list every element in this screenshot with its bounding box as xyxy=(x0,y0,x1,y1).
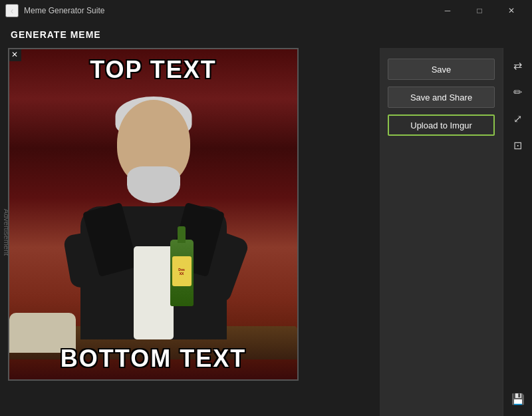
meme-container: ✕ xyxy=(8,48,299,381)
upload-imgur-button[interactable]: Upload to Imgur xyxy=(388,114,495,136)
save-icon[interactable]: 💾 xyxy=(506,387,530,411)
crop-icon[interactable]: ⊡ xyxy=(506,133,530,157)
beer-bottle-top xyxy=(178,226,186,243)
window-controls: ─ □ ✕ xyxy=(432,0,527,21)
head xyxy=(117,100,190,186)
app-title: Meme Generator Suite xyxy=(24,6,104,15)
close-button[interactable]: ✕ xyxy=(496,0,527,21)
meme-top-text: TOP TEXT xyxy=(9,56,297,84)
minimize-button[interactable]: ─ xyxy=(432,0,463,21)
title-bar: ‹ Meme Generator Suite ─ □ ✕ xyxy=(0,0,532,21)
meme-bottom-text: BOTTOM TEXT xyxy=(9,345,297,373)
page-title: GENERATE MEME xyxy=(11,29,101,40)
save-and-share-button[interactable]: Save and Share xyxy=(388,87,495,108)
right-spacer xyxy=(388,142,495,405)
meme-close-button[interactable]: ✕ xyxy=(8,48,21,61)
beer-label-text-2: XX xyxy=(180,272,184,276)
maximize-button[interactable]: □ xyxy=(464,0,495,21)
meme-area: Advertisement ✕ xyxy=(0,48,380,416)
right-panel: Save Save and Share Upload to Imgur xyxy=(380,48,503,416)
beer-label: Dos XX xyxy=(172,256,192,286)
title-bar-left: ‹ Meme Generator Suite xyxy=(5,4,104,17)
suit-body xyxy=(80,206,227,339)
share-icon[interactable]: ⇄ xyxy=(506,53,530,77)
shirt xyxy=(134,246,174,339)
beard xyxy=(127,166,180,203)
man-figure: Dos XX xyxy=(61,87,247,339)
expand-icon[interactable]: ⤢ xyxy=(506,106,530,130)
meme-image: Dos XX TOP TEXT BOTTOM TEXT xyxy=(9,49,297,379)
lapel-left xyxy=(82,202,138,277)
page-header: GENERATE MEME xyxy=(0,21,532,48)
save-button[interactable]: Save xyxy=(388,59,495,80)
edit-icon[interactable]: ✏ xyxy=(506,80,530,104)
beer-bottle: Dos XX xyxy=(170,240,194,306)
back-button[interactable]: ‹ xyxy=(5,4,19,17)
far-right-toolbar: ⇄ ✏ ⤢ ⊡ 💾 xyxy=(503,48,532,416)
main-content: Advertisement ✕ xyxy=(0,48,532,416)
